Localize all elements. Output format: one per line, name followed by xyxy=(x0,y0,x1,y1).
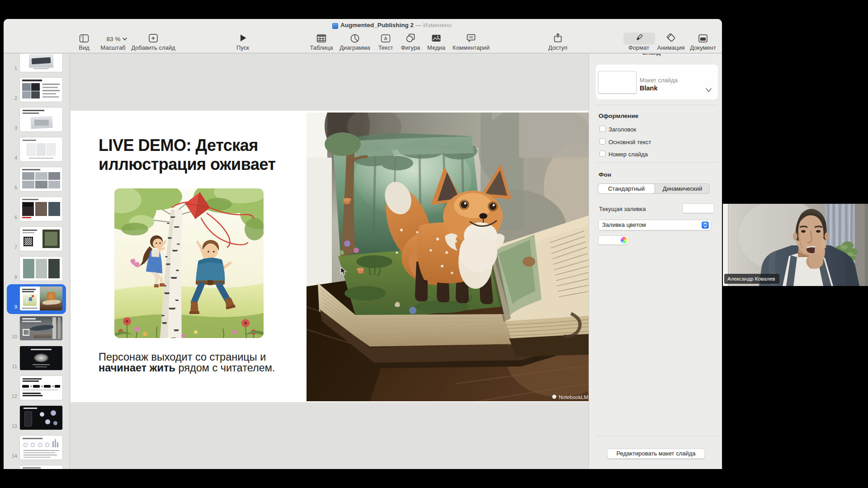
svg-text:NotebookLM: NotebookLM xyxy=(559,394,588,400)
svg-text:A: A xyxy=(384,36,387,41)
